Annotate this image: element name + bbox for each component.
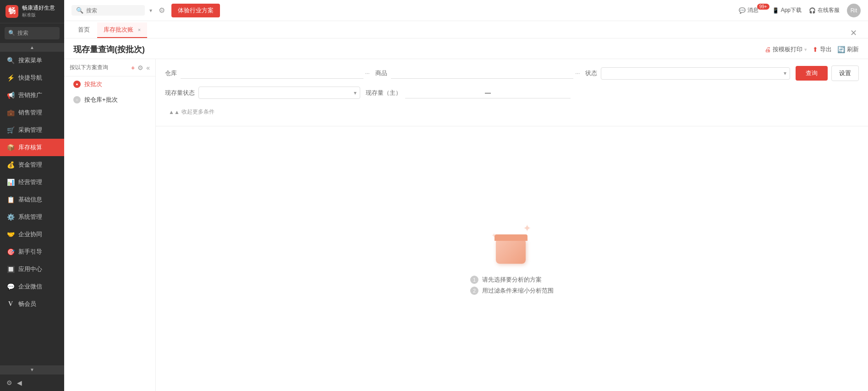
query-btn[interactable]: 查询 bbox=[796, 66, 828, 81]
topbar-gear-icon[interactable]: ⚙ bbox=[157, 4, 167, 16]
add-scheme-icon[interactable]: + bbox=[131, 64, 135, 71]
topbar-search-icon: 🔍 bbox=[76, 7, 83, 14]
refresh-btn[interactable]: 🔄 刷新 bbox=[837, 45, 859, 54]
sidebar-item-quick-nav[interactable]: ⚡ 快捷导航 bbox=[0, 69, 64, 87]
print-btn[interactable]: 🖨 按模板打印 ▾ bbox=[764, 45, 807, 54]
collapse-up-icon: ▲▲ bbox=[169, 109, 180, 115]
collapse-panel-icon[interactable]: « bbox=[146, 64, 150, 71]
sidebar-item-inventory[interactable]: 📦 库存核算 bbox=[0, 139, 64, 156]
sidebar-item-collab[interactable]: 🤝 企业协同 bbox=[0, 226, 64, 243]
trial-btn[interactable]: 体验行业方案 bbox=[171, 4, 220, 17]
inventory-qty-label: 现存量（主） bbox=[366, 89, 401, 97]
inventory-status-select[interactable] bbox=[198, 87, 360, 99]
sidebar-item-finance[interactable]: 💰 资金管理 bbox=[0, 156, 64, 174]
message-icon: 💬 bbox=[739, 7, 746, 14]
sidebar-item-basic[interactable]: 📋 基础信息 bbox=[0, 191, 64, 208]
tip-text-2: 用过滤条件来缩小分析范围 bbox=[482, 287, 554, 295]
scheme-settings-icon[interactable]: ⚙ bbox=[137, 64, 143, 71]
topbar-actions: 💬 消息 99+ 📱 App下载 🎧 在线客服 Rit bbox=[739, 4, 861, 17]
sidebar-item-member[interactable]: V 畅会员 bbox=[0, 295, 64, 313]
print-dropdown-icon[interactable]: ▾ bbox=[804, 47, 807, 53]
footer-settings-icon[interactable]: ⚙ bbox=[6, 379, 12, 386]
sidebar-item-label: 搜索菜单 bbox=[18, 56, 42, 65]
search-menu-icon: 🔍 bbox=[6, 56, 15, 65]
system-icon: ⚙️ bbox=[6, 213, 15, 221]
inventory-icon: 📦 bbox=[6, 143, 15, 152]
user-avatar[interactable]: Rit bbox=[847, 4, 861, 17]
online-service-label: 在线客服 bbox=[818, 6, 840, 14]
product-input[interactable] bbox=[391, 68, 574, 79]
main-content: 按以下方案查询 + ⚙ « ● 按批次 ○ 按仓库+批次 bbox=[64, 59, 868, 391]
warehouse-dots[interactable]: ··· bbox=[365, 70, 370, 76]
inventory-qty-filter: 现存量（主） — bbox=[366, 87, 561, 98]
topbar: 🔍 ▾ ⚙ 体验行业方案 💬 消息 99+ 📱 App下载 🎧 在线客服 Rit bbox=[64, 0, 868, 21]
warehouse-filter: 仓库 ··· bbox=[165, 68, 370, 79]
app-version: 标准版 bbox=[22, 12, 55, 18]
status-filter: 状态 bbox=[585, 67, 790, 80]
box-body bbox=[496, 239, 526, 264]
main-area: 🔍 ▾ ⚙ 体验行业方案 💬 消息 99+ 📱 App下载 🎧 在线客服 Rit bbox=[64, 0, 868, 391]
search-icon: 🔍 bbox=[8, 30, 15, 36]
qty-min-input[interactable] bbox=[405, 89, 482, 96]
tab-close-btn[interactable]: × bbox=[138, 27, 141, 33]
sidebar-item-label: 资金管理 bbox=[18, 161, 42, 169]
online-service-action[interactable]: 🎧 在线客服 bbox=[809, 6, 840, 14]
collapse-btn[interactable]: ▲▲ 收起更多条件 bbox=[165, 106, 859, 118]
scheme-by-warehouse-batch[interactable]: ○ 按仓库+批次 bbox=[64, 92, 155, 108]
qty-range-input: — bbox=[405, 87, 571, 98]
sidebar-item-operation[interactable]: 📊 经营管理 bbox=[0, 174, 64, 191]
inventory-status-select-wrap bbox=[198, 87, 360, 99]
export-btn[interactable]: ⬆ 导出 bbox=[813, 45, 832, 54]
sidebar-item-marketing[interactable]: 📢 营销推广 bbox=[0, 87, 64, 104]
left-panel: 按以下方案查询 + ⚙ « ● 按批次 ○ 按仓库+批次 bbox=[64, 59, 156, 391]
scroll-up-btn[interactable]: ▲ bbox=[0, 43, 64, 52]
product-filter: 商品 ··· bbox=[375, 68, 580, 79]
page-actions: 🖨 按模板打印 ▾ ⬆ 导出 🔄 刷新 bbox=[764, 45, 859, 54]
phone-icon: 📱 bbox=[772, 7, 779, 14]
basic-icon: 📋 bbox=[6, 196, 15, 204]
warehouse-input[interactable] bbox=[181, 68, 363, 79]
app-download-label: App下载 bbox=[781, 6, 802, 14]
guide-icon: 🎯 bbox=[6, 248, 15, 256]
left-panel-title: 按以下方案查询 bbox=[70, 64, 108, 71]
product-dots[interactable]: ··· bbox=[575, 70, 580, 76]
tab-inventory-batch[interactable]: 库存批次账 × bbox=[97, 22, 147, 38]
messages-action[interactable]: 💬 消息 99+ bbox=[739, 6, 765, 14]
sidebar-item-guide[interactable]: 🎯 新手引导 bbox=[0, 243, 64, 261]
tab-home[interactable]: 首页 bbox=[71, 22, 96, 38]
page-close-btn[interactable]: ✕ bbox=[846, 28, 861, 38]
marketing-icon: 📢 bbox=[6, 91, 15, 99]
tab-label: 库存批次账 bbox=[104, 26, 133, 33]
qty-divider: — bbox=[485, 89, 491, 96]
sidebar-nav: 🔍 搜索菜单 ⚡ 快捷导航 📢 营销推广 💼 销售管理 🛒 采购管理 📦 库存核… bbox=[0, 52, 64, 365]
sidebar-item-apps[interactable]: 🔲 应用中心 bbox=[0, 261, 64, 278]
settings-btn[interactable]: 设置 bbox=[831, 65, 859, 81]
status-select[interactable] bbox=[601, 67, 790, 80]
sidebar-item-label: 畅会员 bbox=[18, 300, 36, 308]
scheme-by-batch[interactable]: ● 按批次 bbox=[64, 76, 155, 92]
qty-max-input[interactable] bbox=[494, 89, 571, 96]
sidebar-item-wechat[interactable]: 💬 企业微信 bbox=[0, 278, 64, 295]
sidebar-item-sales[interactable]: 💼 销售管理 bbox=[0, 104, 64, 121]
sidebar-search[interactable]: 🔍 搜索 bbox=[5, 27, 60, 39]
sidebar-item-search[interactable]: 🔍 搜索菜单 bbox=[0, 52, 64, 69]
topbar-search-box[interactable]: 🔍 bbox=[71, 5, 145, 16]
print-label: 按模板打印 bbox=[773, 45, 802, 54]
tab-bar: 首页 库存批次账 × ✕ bbox=[64, 21, 868, 38]
scheme-dot-inactive: ○ bbox=[73, 96, 81, 103]
sidebar-item-purchase[interactable]: 🛒 采购管理 bbox=[0, 121, 64, 139]
topbar-dropdown-icon[interactable]: ▾ bbox=[149, 7, 152, 14]
filter-row-1: 仓库 ··· 商品 ··· 状态 bbox=[165, 65, 859, 81]
collab-icon: 🤝 bbox=[6, 230, 15, 239]
star-small-icon: ✦ bbox=[491, 232, 497, 239]
topbar-search-input[interactable] bbox=[86, 7, 132, 14]
app-download-action[interactable]: 📱 App下载 bbox=[772, 6, 802, 14]
wechat-icon: 💬 bbox=[6, 282, 15, 291]
scheme-label: 按仓库+批次 bbox=[84, 96, 118, 104]
page-header: 现存量查询(按批次) 🖨 按模板打印 ▾ ⬆ 导出 🔄 刷新 bbox=[64, 38, 868, 59]
footer-collapse-icon[interactable]: ◀ bbox=[17, 379, 22, 386]
sidebar-item-system[interactable]: ⚙️ 系统管理 bbox=[0, 208, 64, 226]
operation-icon: 📊 bbox=[6, 178, 15, 186]
star-icon: ✦ bbox=[523, 223, 531, 234]
scroll-down-btn[interactable]: ▼ bbox=[0, 365, 64, 374]
